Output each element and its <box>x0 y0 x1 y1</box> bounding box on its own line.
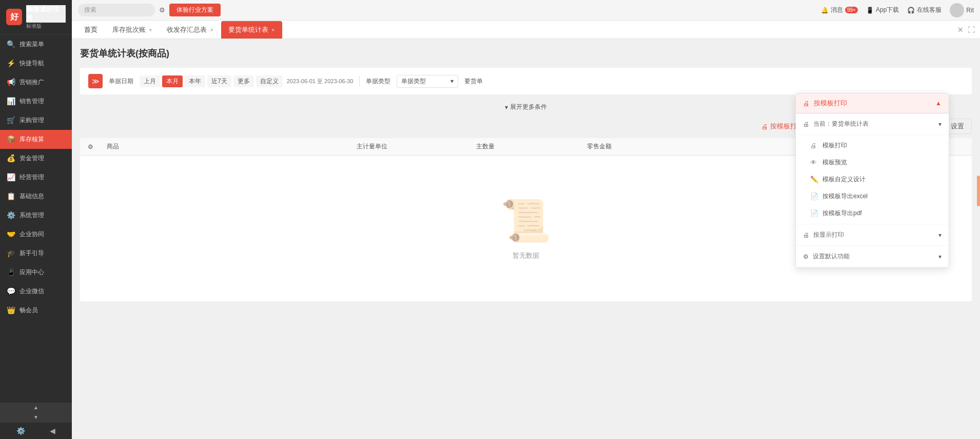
sidebar-item-app-center[interactable]: 📱 应用中心 <box>0 263 72 282</box>
basic-icon: 📋 <box>6 192 15 200</box>
date-btn-more[interactable]: 更多 <box>233 75 254 87</box>
sidebar-item-quick-nav[interactable]: ⚡ 快捷导航 <box>0 54 72 73</box>
sidebar-collapse-btn[interactable]: ◀ <box>50 427 55 435</box>
filter-expand-icon[interactable]: ≫ <box>88 74 103 88</box>
main-area: 搜索 ⚙ 体验行业方案 🔔 消息 99+ 📱 App下载 🎧 在线客服 Rit <box>72 0 980 439</box>
sidebar: 好 畅捷通好生意 标准版 🔍 搜索菜单 ⚡ 快捷导航 📢 营销推广 📊 销售管理… <box>0 0 72 439</box>
expand-more-label: 展开更多条件 <box>510 103 547 111</box>
date-buttons-group: 上月 本月 本年 近7天 更多 自定义 2023-06-01 至 2023-06… <box>140 75 353 87</box>
sidebar-item-purchase[interactable]: 🛒 采购管理 <box>0 111 72 130</box>
dropdown-display-print-label[interactable]: 🖨 按显示打印 ▾ <box>796 226 949 243</box>
dropdown-item-template-print[interactable]: 🖨 模板打印 <box>796 137 949 154</box>
template-custom-label: 模板自定义设计 <box>822 175 866 184</box>
dropdown-header-right: ▲ <box>935 100 942 107</box>
trial-button[interactable]: 体验行业方案 <box>169 4 221 16</box>
sidebar-item-system[interactable]: ⚙️ 系统管理 <box>0 206 72 225</box>
topbar-search-bar[interactable]: 搜索 <box>78 4 155 16</box>
tab-home-label: 首页 <box>84 25 97 34</box>
finance-icon: 💰 <box>6 154 15 162</box>
inventory-icon: 📦 <box>6 135 15 143</box>
expand-more-btn[interactable]: ▾ 展开更多条件 <box>497 101 555 113</box>
sidebar-item-label-quick-nav: 快捷导航 <box>19 59 44 68</box>
headset-icon: 🎧 <box>907 7 915 14</box>
messages-label: 消息 <box>831 6 843 14</box>
template-print-icon: 🖨 <box>810 142 818 149</box>
app-download-action[interactable]: 📱 App下载 <box>866 6 899 14</box>
dropdown-item-export-pdf[interactable]: 📄 按模板导出pdf <box>796 205 949 222</box>
sidebar-item-label-sales: 销售管理 <box>19 97 44 106</box>
th-product: 商品 <box>101 142 316 151</box>
dropdown-current-section: 🖨 模板打印 当前：要货单统计表 ▾ <box>796 113 949 135</box>
sidebar-item-basic[interactable]: 📋 基础信息 <box>0 187 72 206</box>
current-template-icon: 🖨 <box>803 121 809 128</box>
order-type-select[interactable]: 单据类型 ▾ <box>397 75 458 88</box>
guide-icon: 🎓 <box>6 249 15 257</box>
date-btn-7days[interactable]: 近7天 <box>207 75 231 87</box>
tab-receipt-summary-close[interactable]: × <box>210 27 213 33</box>
sidebar-settings-btn[interactable]: ⚙️ <box>16 427 25 435</box>
dropdown-print-icon: 🖨 <box>803 100 810 107</box>
messages-badge: 99+ <box>845 7 858 13</box>
date-filter-label: 单据日期 <box>109 77 133 86</box>
tab-receipt-summary[interactable]: 收发存汇总表 × <box>160 21 221 39</box>
tab-home[interactable]: 首页 <box>77 21 105 39</box>
sidebar-item-label-system: 系统管理 <box>19 211 44 220</box>
app-download-icon: 📱 <box>866 7 874 14</box>
dropdown-collapse-arrow[interactable]: ▲ <box>935 100 942 107</box>
date-btn-custom[interactable]: 自定义 <box>256 75 283 87</box>
dropdown-template-section: 🖨 模板打印 👁 模板预览 ✏️ 模板自定义设计 📄 按模板导出excel 📄 <box>796 135 949 224</box>
filter-divider-1 <box>359 76 360 86</box>
dropdown-item-template-preview[interactable]: 👁 模板预览 <box>796 154 949 171</box>
quick-nav-icon: ⚡ <box>6 59 15 67</box>
sidebar-item-label-marketing: 营销推广 <box>19 78 44 87</box>
export-excel-icon: 📄 <box>810 193 818 200</box>
dropdown-current-label[interactable]: 🖨 模板打印 当前：要货单统计表 ▾ <box>796 116 949 132</box>
sidebar-item-collab[interactable]: 🤝 企业协同 <box>0 225 72 244</box>
dropdown-set-default-section: ⚙ 设置默认功能 ▾ <box>796 246 949 268</box>
messages-action[interactable]: 🔔 消息 99+ <box>821 6 858 14</box>
th-amount: 零售金额 <box>542 142 656 151</box>
sidebar-item-label-guide: 新手引导 <box>19 249 44 258</box>
sidebar-item-operation[interactable]: 📈 经营管理 <box>0 168 72 187</box>
tabs-right-controls: ✕ ⛶ <box>957 26 975 34</box>
th-settings[interactable]: ⚙ <box>80 143 101 150</box>
sidebar-item-sales[interactable]: 📊 销售管理 <box>0 92 72 111</box>
topbar-left: 搜索 ⚙ 体验行业方案 <box>78 4 221 16</box>
sidebar-item-inventory[interactable]: 📦 库存核算 <box>0 130 72 149</box>
sidebar-item-member[interactable]: 👑 畅会员 <box>0 301 72 320</box>
empty-state-icon: 📜 <box>500 197 552 245</box>
tab-order-stats[interactable]: 要货单统计表 × <box>221 21 282 39</box>
sidebar-item-guide[interactable]: 🎓 新手引导 <box>0 244 72 263</box>
sidebar-item-finance[interactable]: 💰 资金管理 <box>0 149 72 168</box>
sidebar-scroll-down[interactable]: ▼ <box>0 412 72 422</box>
sidebar-item-marketing[interactable]: 📢 营销推广 <box>0 73 72 92</box>
logo-main-text: 畅捷通好生意 <box>26 5 66 23</box>
date-btn-last-month[interactable]: 上月 <box>140 75 160 87</box>
online-service-action[interactable]: 🎧 在线客服 <box>907 6 942 14</box>
date-btn-this-month[interactable]: 本月 <box>162 75 183 87</box>
user-avatar-action[interactable]: Rit <box>950 3 974 17</box>
tab-batch-account-close[interactable]: × <box>149 27 152 33</box>
tab-order-stats-close[interactable]: × <box>271 27 275 33</box>
avatar <box>950 3 964 17</box>
sidebar-scroll-up[interactable]: ▲ <box>0 403 72 412</box>
dropdown-item-export-excel[interactable]: 📄 按模板导出excel <box>796 188 949 205</box>
tabs-close-all-btn[interactable]: ✕ <box>957 26 964 34</box>
dropdown-set-default-label[interactable]: ⚙ 设置默认功能 ▾ <box>796 248 949 265</box>
collab-icon: 🤝 <box>6 230 15 238</box>
export-pdf-icon: 📄 <box>810 209 818 217</box>
scrollbar-indicator[interactable] <box>977 176 980 206</box>
tabs-expand-btn[interactable]: ⛶ <box>968 26 975 34</box>
tab-batch-account[interactable]: 库存批次账 × <box>105 21 160 39</box>
app-download-label: App下载 <box>876 6 899 14</box>
display-print-arrow: ▾ <box>938 232 942 239</box>
sidebar-item-wechat[interactable]: 💬 企业微信 <box>0 282 72 301</box>
date-range-display: 2023-06-01 至 2023-06-30 <box>287 78 354 85</box>
order-type-select-value: 单据类型 <box>401 77 426 86</box>
sidebar-item-label-finance: 资金管理 <box>19 154 44 163</box>
dropdown-item-template-custom[interactable]: ✏️ 模板自定义设计 <box>796 171 949 188</box>
date-btn-this-year[interactable]: 本年 <box>185 75 205 87</box>
sidebar-item-search[interactable]: 🔍 搜索菜单 <box>0 35 72 54</box>
operation-icon: 📈 <box>6 173 15 181</box>
topbar-gear-icon[interactable]: ⚙ <box>159 6 165 14</box>
